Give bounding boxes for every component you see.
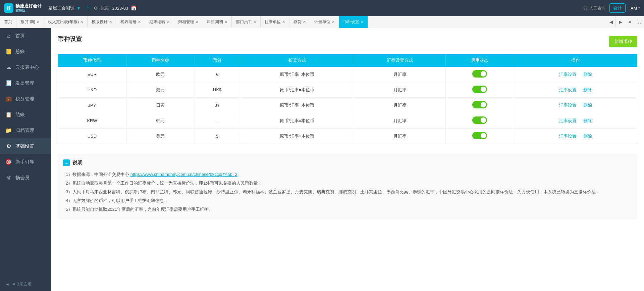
toggle-switch[interactable]: [472, 70, 487, 78]
sidebar-item-invoice-label: 发票管理: [15, 80, 34, 86]
rate-settings-link[interactable]: 汇率设置: [559, 72, 577, 77]
new-currency-button[interactable]: 新增币种: [609, 36, 637, 47]
tab-unit[interactable]: 计量单位 ✕: [310, 16, 339, 28]
rate-settings-link[interactable]: 汇率设置: [559, 87, 577, 92]
tab-archive-label: 归档管理: [178, 19, 194, 25]
delete-link[interactable]: 删除: [583, 134, 592, 139]
tab-prev-button[interactable]: ◀: [606, 16, 616, 28]
tab-expand-button[interactable]: ⛶: [635, 16, 644, 28]
cell-code: EUR: [58, 67, 126, 82]
tab-currency-close[interactable]: ✕: [361, 20, 364, 24]
tab-contacts[interactable]: 往来单位 ✕: [261, 16, 289, 28]
sidebar-item-archive[interactable]: 📁 归档管理: [0, 123, 51, 138]
logo-text: 畅捷通好会计 旗舰版: [15, 3, 42, 13]
notes-link[interactable]: https://www.chinamoney.com.cn/chinese/bk…: [130, 172, 237, 177]
header-right: 🎧 人工咨询 会计 iAM *: [583, 3, 640, 13]
tab-dept-staff-close[interactable]: ✕: [253, 20, 256, 24]
cell-symbol: J¥: [195, 98, 240, 113]
tab-archive[interactable]: 归档管理 ✕: [174, 16, 203, 28]
calendar-icon[interactable]: 📅: [131, 5, 137, 11]
sidebar-item-settings[interactable]: ⚙ 基础设置: [0, 138, 51, 154]
delete-link[interactable]: 删除: [583, 87, 592, 92]
notes-item: 3）人民币对马来西亚林吉特、俄罗斯卢布、南非兰特、韩元、阿联酋迪拉姆、沙特里亚尔…: [66, 188, 632, 196]
toggle-switch[interactable]: [472, 132, 487, 139]
tab-subject-init-label: 科目期初: [207, 19, 223, 25]
tab-period-close-label: 期末结转: [149, 19, 165, 25]
tab-template-close[interactable]: ✕: [109, 20, 112, 24]
cell-status[interactable]: [446, 129, 514, 144]
tab-currency[interactable]: 币种设置 ✕: [339, 16, 368, 28]
period-value: 2023-03: [112, 6, 128, 11]
tab-tax-list[interactable]: 税表清册 ✕: [116, 16, 145, 28]
toggle-switch[interactable]: [472, 101, 487, 108]
tab-template[interactable]: 模版设计 ✕: [88, 16, 116, 28]
tab-archive-close[interactable]: ✕: [196, 20, 199, 24]
tab-report-mid[interactable]: 报(中期) ✕: [16, 16, 44, 28]
sidebar-item-home[interactable]: ⌂ 首页: [0, 28, 51, 44]
period-label: 账期: [101, 5, 109, 11]
table-row: USD 美元 $ 原币*汇率=本位币 月汇率 汇率设置 删除: [58, 129, 637, 144]
title-row: 币种设置 新增币种: [58, 35, 637, 48]
sidebar-item-ledger[interactable]: 📒 总账: [0, 44, 51, 59]
notes-icon: ≡: [63, 159, 70, 166]
tab-tax-list-close[interactable]: ✕: [138, 20, 141, 24]
col-actions: 操作: [514, 54, 637, 67]
sidebar-item-tax[interactable]: 💼 税务管理: [0, 91, 51, 107]
cell-code: JPY: [58, 98, 126, 113]
rate-settings-link[interactable]: 汇率设置: [559, 118, 577, 123]
tab-period-close-close[interactable]: ✕: [167, 20, 170, 24]
tab-inventory[interactable]: 存货 ✕: [289, 16, 310, 28]
cell-conversion: 原币*汇率=本位币: [240, 98, 354, 113]
tab-income-annual-label: 收入支出表(年报): [48, 19, 79, 25]
sidebar-item-invoice[interactable]: 🧾 发票管理: [0, 75, 51, 91]
account-button[interactable]: 会计: [609, 3, 626, 13]
cell-conversion: 原币*汇率=本位币: [240, 129, 354, 144]
page-title: 币种设置: [58, 35, 82, 43]
col-conversion: 折算方式: [240, 54, 354, 67]
sidebar-item-checkout[interactable]: 📋 结账: [0, 107, 51, 123]
col-symbol: 币符: [195, 54, 240, 67]
sidebar-pin-toggle[interactable]: ◄ ◄取消固定: [0, 277, 51, 291]
sidebar-item-guide-label: 新手引导: [15, 159, 34, 165]
service-button[interactable]: 🎧 人工咨询: [583, 5, 605, 11]
settings-icon[interactable]: ⚙: [94, 5, 98, 11]
logo-icon: 好: [4, 3, 13, 13]
tab-subject-init-close[interactable]: ✕: [224, 20, 227, 24]
tab-subject-init[interactable]: 科目期初 ✕: [203, 16, 232, 28]
delete-link[interactable]: 删除: [583, 72, 592, 77]
tab-home[interactable]: 首页: [0, 16, 16, 28]
delete-link[interactable]: 删除: [583, 103, 592, 108]
tab-close-all-button[interactable]: ✕: [625, 16, 635, 28]
sidebar-item-settings-label: 基础设置: [15, 143, 34, 149]
add-company-button[interactable]: +: [85, 5, 91, 12]
cell-status[interactable]: [446, 82, 514, 98]
sidebar-item-member[interactable]: ♛ 畅会员: [0, 170, 51, 186]
tab-unit-close[interactable]: ✕: [332, 20, 335, 24]
cell-status[interactable]: [446, 98, 514, 113]
tab-next-button[interactable]: ▶: [616, 16, 625, 28]
toggle-knob: [481, 102, 486, 107]
tab-income-annual[interactable]: 收入支出表(年报) ✕: [44, 16, 88, 28]
content-area: 币种设置 新增币种 币种代码 币种名称 币符 折算方式 汇率设置方式 启用状态 …: [51, 28, 644, 291]
cell-status[interactable]: [446, 67, 514, 82]
tab-bar: 首页 报(中期) ✕ 收入支出表(年报) ✕ 模版设计 ✕ 税表清册 ✕ 期末结…: [0, 16, 644, 28]
table-row: JPY 日圆 J¥ 原币*汇率=本位币 月汇率 汇率设置 删除: [58, 98, 637, 113]
tab-period-close[interactable]: 期末结转 ✕: [145, 16, 174, 28]
cell-name: 欧元: [126, 67, 195, 82]
top-header: 好 畅捷通好会计 旗舰版 基层工会测试 ▼ + ⚙ 账期 2023-03 📅 🎧…: [0, 0, 644, 16]
sidebar-item-checkout-label: 结账: [15, 112, 25, 118]
company-selector[interactable]: 基层工会测试 ▼: [48, 5, 81, 11]
tab-report-mid-close[interactable]: ✕: [37, 20, 40, 24]
tab-income-annual-close[interactable]: ✕: [80, 20, 83, 24]
delete-link[interactable]: 删除: [583, 118, 592, 123]
rate-settings-link[interactable]: 汇率设置: [559, 134, 577, 139]
tab-inventory-close[interactable]: ✕: [303, 20, 306, 24]
toggle-switch[interactable]: [472, 116, 487, 124]
cell-status[interactable]: [446, 113, 514, 129]
sidebar-item-reports[interactable]: ☁ 云报表中心: [0, 59, 51, 75]
toggle-switch[interactable]: [472, 86, 487, 93]
tab-contacts-close[interactable]: ✕: [282, 20, 285, 24]
rate-settings-link[interactable]: 汇率设置: [559, 103, 577, 108]
tab-dept-staff[interactable]: 部门员工 ✕: [232, 16, 261, 28]
sidebar-item-guide[interactable]: 🎯 新手引导: [0, 154, 51, 170]
